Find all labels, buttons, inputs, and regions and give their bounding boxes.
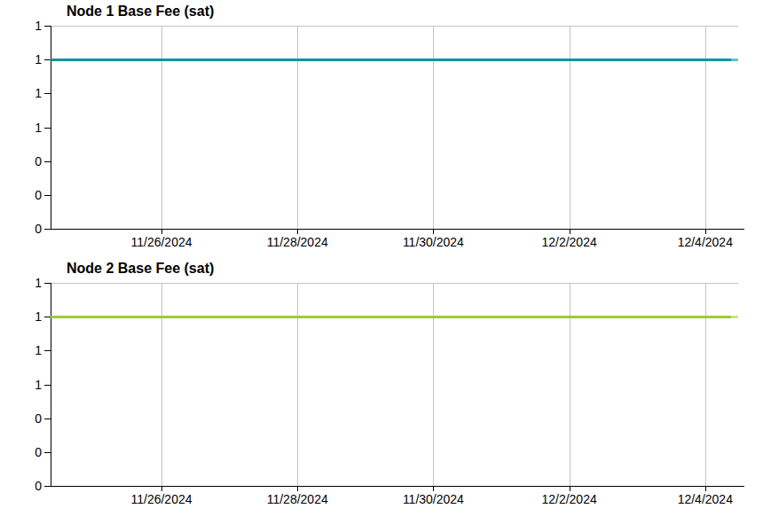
y-axis-tick [44,93,51,94]
y-tick-label: 1 [22,343,42,357]
chart-title: Node 2 Base Fee (sat) [67,261,214,277]
y-tick-label: 0 [22,188,42,202]
y-tick-label: 1 [22,19,42,33]
y-axis-tick [44,195,51,196]
y-tick-label: 0 [22,411,42,426]
x-tick-label: 12/2/2024 [516,235,623,249]
vertical-gridline [161,26,162,229]
y-axis-tick [44,419,51,419]
y-axis-tick [44,350,51,351]
top-gridline [51,283,738,284]
series-line [51,59,738,61]
plot-area: 11/26/202411/28/202411/30/202412/2/20241… [51,26,738,229]
y-axis-tick [44,59,51,60]
y-axis-tick [44,161,51,162]
y-axis-tick [44,128,51,129]
y-tick-label: 1 [22,309,42,324]
y-tick-label: 0 [22,445,42,459]
vertical-gridline [161,283,162,486]
y-axis-tick [44,486,51,487]
y-axis-line [51,26,51,230]
vertical-gridline [297,283,298,486]
chart-title: Node 1 Base Fee (sat) [67,4,214,20]
y-tick-label: 0 [22,154,42,168]
vertical-gridline [433,283,434,486]
chart-node-2-base-fee: Node 2 Base Fee (sat) 11/26/202411/28/20… [0,257,763,514]
x-tick-label: 12/2/2024 [516,492,623,506]
vertical-gridline [705,283,706,486]
charts-canvas: Node 1 Base Fee (sat) 11/26/202411/28/20… [0,0,763,532]
series-line [51,316,738,318]
y-axis-line [51,283,51,487]
y-tick-label: 1 [22,52,42,66]
x-tick-label: 12/4/2024 [652,235,759,249]
y-axis-tick [44,283,51,284]
y-tick-label: 0 [22,479,42,493]
x-axis-line [51,229,744,230]
top-gridline [51,26,738,27]
vertical-gridline [297,26,298,229]
y-tick-label: 1 [22,86,42,100]
y-tick-label: 0 [22,222,42,236]
x-tick-label: 11/28/2024 [244,235,350,249]
y-axis-tick [44,317,51,317]
y-axis-tick [44,229,51,230]
vertical-gridline [433,26,434,229]
x-tick-label: 11/26/2024 [108,492,215,506]
x-tick-label: 12/4/2024 [652,492,759,506]
plot-area: 11/26/202411/28/202411/30/202412/2/20241… [51,283,738,486]
x-tick-label: 11/28/2024 [244,492,350,506]
y-tick-label: 1 [22,121,42,135]
y-axis-tick [44,26,51,27]
x-tick-label: 11/30/2024 [380,235,486,249]
x-axis-line [51,486,744,487]
y-tick-label: 1 [22,378,42,392]
y-axis-tick [44,452,51,453]
chart-node-1-base-fee: Node 1 Base Fee (sat) 11/26/202411/28/20… [0,0,763,257]
y-tick-label: 1 [22,276,42,290]
x-tick-label: 11/30/2024 [380,492,486,506]
y-axis-tick [44,385,51,386]
vertical-gridline [570,283,570,486]
vertical-gridline [705,26,706,229]
vertical-gridline [570,26,570,229]
x-tick-label: 11/26/2024 [108,235,215,249]
